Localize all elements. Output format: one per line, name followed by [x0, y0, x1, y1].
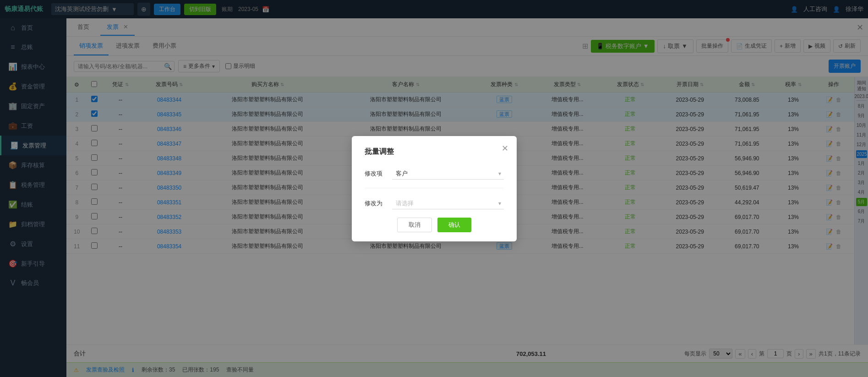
modal-row-field: 修改项 客户 购买方名称 发票日期 ▾	[365, 168, 504, 180]
modal-divider	[365, 188, 504, 188]
modify-to-select-wrap: 请选择 ▾	[392, 197, 504, 209]
modal-buttons: 取消 确认	[365, 218, 504, 232]
modal-confirm-btn[interactable]: 确认	[437, 218, 471, 232]
modal-overlay: 批量调整 ✕ 修改项 客户 购买方名称 发票日期 ▾ 修改为 请选择 ▾	[0, 0, 868, 377]
modal-close-btn[interactable]: ✕	[502, 143, 508, 153]
modify-field-select-wrap: 客户 购买方名称 发票日期 ▾	[392, 168, 504, 180]
modify-to-label: 修改为	[365, 199, 387, 208]
batch-adjust-modal: 批量调整 ✕ 修改项 客户 购买方名称 发票日期 ▾ 修改为 请选择 ▾	[352, 136, 517, 241]
modal-cancel-btn[interactable]: 取消	[397, 218, 432, 232]
modify-field-select[interactable]: 客户 购买方名称 发票日期	[392, 168, 504, 180]
modify-field-label: 修改项	[365, 169, 387, 178]
modal-row-value: 修改为 请选择 ▾	[365, 197, 504, 209]
modal-title: 批量调整	[365, 147, 504, 157]
modify-to-select[interactable]: 请选择	[392, 197, 504, 209]
